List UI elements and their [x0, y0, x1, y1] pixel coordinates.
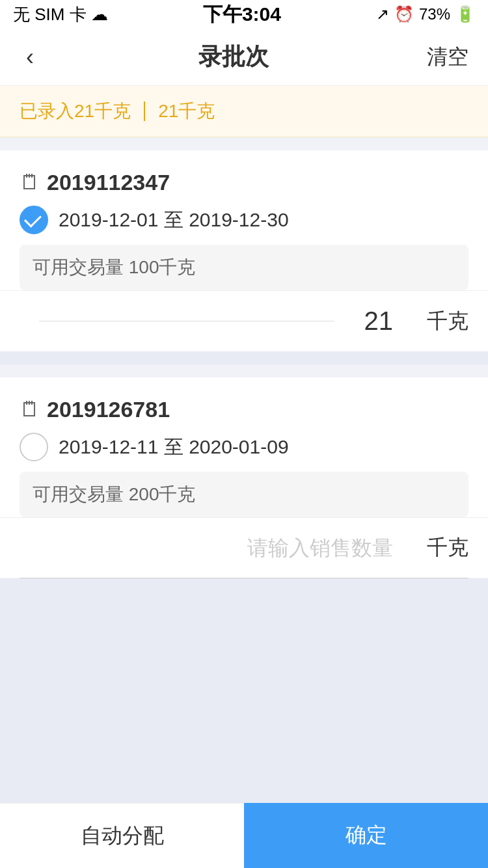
- batch-2-quantity-unit: 千克: [427, 534, 468, 562]
- battery-text: 73%: [419, 5, 450, 23]
- status-time: 下午3:04: [203, 1, 281, 28]
- status-bar: 无 SIM 卡 ☁ 下午3:04 ↗ ⏰ 73% 🔋: [0, 0, 488, 29]
- batch-2-id: 2019126781: [47, 397, 170, 422]
- summary-recorded: 已录入21千克: [20, 99, 131, 124]
- batch-1-radio[interactable]: [20, 206, 48, 234]
- section-divider: [0, 351, 488, 364]
- batch-1-icon: 🗒: [20, 170, 40, 195]
- battery-icon: 🔋: [455, 5, 475, 23]
- batch-1-quantity-row: 21 千克: [0, 290, 488, 351]
- batch-2-available: 可用交易量 200千克: [20, 472, 468, 517]
- summary-bar: 已录入21千克 21千克: [0, 86, 488, 137]
- location-icon: ↗: [376, 5, 389, 23]
- status-right: ↗ ⏰ 73% 🔋: [376, 5, 475, 23]
- batch-2-header: 🗒 2019126781: [20, 397, 468, 422]
- batch-1-quantity-unit: 千克: [427, 307, 468, 336]
- batch-2-quantity-input[interactable]: [20, 536, 393, 560]
- batch-1-row: 2019-12-01 至 2019-12-30: [20, 206, 468, 234]
- back-button[interactable]: ‹: [20, 37, 40, 77]
- bottom-bar: 自动分配 确定: [0, 803, 488, 868]
- batch-1-date: 2019-12-01 至 2019-12-30: [59, 207, 289, 234]
- auto-distribute-button[interactable]: 自动分配: [0, 803, 244, 868]
- batch-1-available: 可用交易量 100千克: [20, 245, 468, 290]
- batch-2-date: 2019-12-11 至 2020-01-09: [59, 434, 289, 461]
- no-sim-text: 无 SIM 卡 ☁: [13, 3, 108, 26]
- batch-card-2: 🗒 2019126781 2019-12-11 至 2020-01-09 可用交…: [0, 377, 488, 517]
- clock-icon: ⏰: [394, 5, 414, 23]
- batch-card-1: 🗒 2019112347 2019-12-01 至 2019-12-30 可用交…: [0, 150, 488, 290]
- page-title: 录批次: [198, 41, 269, 73]
- clear-button[interactable]: 清空: [427, 43, 468, 72]
- confirm-button[interactable]: 确定: [244, 803, 488, 868]
- batch-2-row: 2019-12-11 至 2020-01-09: [20, 433, 468, 461]
- status-left: 无 SIM 卡 ☁: [13, 3, 108, 26]
- batch-1-id: 2019112347: [47, 170, 170, 195]
- batch-1-quantity-value: 21: [364, 306, 394, 336]
- batch-2-quantity-row: 千克: [0, 517, 488, 578]
- summary-divider: [144, 102, 145, 121]
- batch-1-header: 🗒 2019112347: [20, 170, 468, 195]
- batch-2-icon: 🗒: [20, 398, 40, 422]
- summary-value: 21千克: [158, 99, 215, 124]
- nav-bar: ‹ 录批次 清空: [0, 29, 488, 86]
- batch-2-radio[interactable]: [20, 433, 48, 461]
